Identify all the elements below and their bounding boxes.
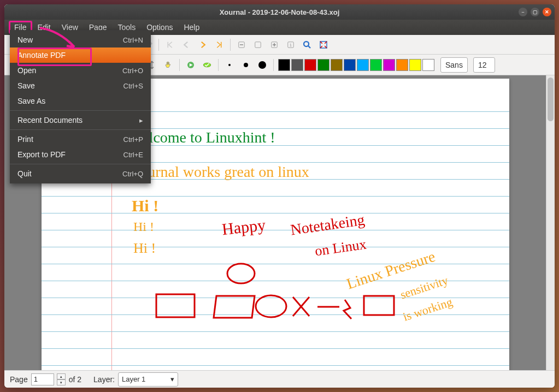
close-button[interactable]: ✕ xyxy=(543,8,551,16)
handwriting-line: on Linux xyxy=(314,236,367,260)
menu-item-label: Print xyxy=(17,135,33,144)
shortcut-label: Ctrl+E xyxy=(123,151,143,159)
separator xyxy=(230,39,231,51)
color-swatch[interactable] xyxy=(331,59,343,71)
layer-value: Layer 1 xyxy=(122,375,145,383)
menu-item-label: Quit xyxy=(17,169,32,178)
zoom-fit-icon[interactable] xyxy=(251,38,265,52)
statusbar: Page 1 ▴▾ of 2 Layer: Layer 1 ▾ xyxy=(4,370,555,388)
color-swatch[interactable] xyxy=(278,59,290,71)
menu-item-label: New xyxy=(17,35,33,44)
prev-page-icon[interactable] xyxy=(179,38,193,52)
handwriting-line: Welcome to Linuxhint ! xyxy=(129,129,275,146)
hand-tool-icon[interactable] xyxy=(161,58,175,72)
menu-separator xyxy=(10,110,151,111)
menu-item-quit[interactable]: QuitCtrl+Q xyxy=(10,166,151,181)
thick-stroke-icon[interactable] xyxy=(255,58,269,72)
color-swatch[interactable] xyxy=(304,59,316,71)
zoom-in-icon[interactable] xyxy=(267,38,281,52)
separator xyxy=(158,39,159,51)
color-swatch[interactable] xyxy=(370,59,382,71)
zoom-out-icon[interactable] xyxy=(234,38,249,52)
titlebar: Xournal - 2019-12-06-Note-08-43.xoj – ▢ … xyxy=(4,4,555,20)
default-tool-icon[interactable] xyxy=(184,58,198,72)
submenu-arrow-icon: ▸ xyxy=(139,116,143,124)
separator xyxy=(273,59,274,71)
shortcut-label: Ctrl+S xyxy=(123,82,143,90)
menu-item-label: Open xyxy=(17,66,36,75)
window-title: Xournal - 2019-12-06-Note-08-43.xoj xyxy=(220,8,340,16)
menu-item-save[interactable]: SaveCtrl+S xyxy=(10,78,151,93)
color-swatch[interactable] xyxy=(396,59,408,71)
color-swatch[interactable] xyxy=(357,59,369,71)
menu-item-label: Save As xyxy=(17,97,45,105)
scroll-thumb[interactable] xyxy=(548,78,554,121)
file-menu-dropdown: NewCtrl+NAnnotate PDFOpenCtrl+OSaveCtrl+… xyxy=(10,30,151,183)
font-size-field[interactable]: 12 xyxy=(473,57,495,73)
handwriting-line: Hi ! xyxy=(133,240,156,257)
fullscreen-icon[interactable] xyxy=(316,38,331,52)
handwriting-line: Hi ! xyxy=(132,197,158,215)
menu-item-new[interactable]: NewCtrl+N xyxy=(10,32,151,47)
first-page-icon[interactable] xyxy=(163,38,177,52)
color-swatch[interactable] xyxy=(344,59,356,71)
page-label: Page xyxy=(10,375,28,384)
menu-item-open[interactable]: OpenCtrl+O xyxy=(10,63,151,78)
vertical-scrollbar[interactable] xyxy=(546,75,555,370)
handwriting-line: Happy xyxy=(221,216,266,239)
handwriting-line: Xournal works great on linux xyxy=(129,163,309,181)
color-swatch[interactable] xyxy=(409,59,421,71)
svg-text:1: 1 xyxy=(290,43,292,47)
color-swatch[interactable] xyxy=(317,59,329,71)
app-window: Xournal - 2019-12-06-Note-08-43.xoj – ▢ … xyxy=(4,4,555,388)
menu-item-export-to-pdf[interactable]: Export to PDFCtrl+E xyxy=(10,147,151,162)
layer-combo[interactable]: Layer 1 ▾ xyxy=(118,372,178,387)
shortcut-label: Ctrl+P xyxy=(123,135,143,144)
handwriting-line: Notetakeing xyxy=(289,211,366,239)
menu-help[interactable]: Help xyxy=(178,21,205,34)
menu-separator xyxy=(10,129,151,130)
color-swatch[interactable] xyxy=(291,59,303,71)
svg-point-14 xyxy=(304,41,309,46)
window-controls: – ▢ ✕ xyxy=(519,8,551,16)
next-page-icon[interactable] xyxy=(196,38,210,52)
zoom-100-icon[interactable]: 1 xyxy=(284,38,298,52)
menu-item-recent-documents[interactable]: Recent Documents▸ xyxy=(10,112,151,128)
page-number-input[interactable]: 1 xyxy=(31,373,54,385)
menu-item-label: Annotate PDF xyxy=(17,51,66,60)
menu-item-annotate-pdf[interactable]: Annotate PDF xyxy=(10,47,151,63)
font-size-label: 12 xyxy=(478,61,487,69)
color-palette xyxy=(278,59,435,71)
svg-rect-29 xyxy=(364,296,394,315)
page-spinner[interactable]: ▴▾ xyxy=(57,373,66,385)
svg-rect-10 xyxy=(255,41,261,47)
font-name-field[interactable]: Sans xyxy=(440,57,468,73)
svg-point-28 xyxy=(256,295,286,317)
medium-stroke-icon[interactable] xyxy=(239,58,253,72)
menu-item-label: Export to PDF xyxy=(17,150,66,159)
menu-item-print[interactable]: PrintCtrl+P xyxy=(10,132,151,147)
maximize-button[interactable]: ▢ xyxy=(531,8,539,16)
chevron-down-icon: ▾ xyxy=(170,375,174,383)
menu-item-label: Save xyxy=(17,81,35,90)
color-swatch[interactable] xyxy=(422,59,434,71)
menu-item-label: Recent Documents xyxy=(17,116,83,124)
shortcut-label: Ctrl+O xyxy=(122,67,143,75)
font-name-label: Sans xyxy=(445,61,463,69)
ruler-tool-icon[interactable] xyxy=(200,58,214,72)
thin-stroke-icon[interactable] xyxy=(222,58,237,72)
menu-separator xyxy=(10,164,151,164)
separator xyxy=(179,59,180,71)
menu-item-save-as[interactable]: Save As xyxy=(10,93,151,109)
page-total-label: of 2 xyxy=(69,375,81,384)
color-swatch[interactable] xyxy=(383,59,395,71)
zoom-tool-icon[interactable] xyxy=(300,38,314,52)
minimize-button[interactable]: – xyxy=(519,8,527,16)
layer-label: Layer: xyxy=(93,375,115,384)
handwriting-line: Hi ! xyxy=(133,219,154,234)
last-page-icon[interactable] xyxy=(212,38,226,52)
separator xyxy=(218,59,219,71)
shortcut-label: Ctrl+Q xyxy=(122,170,143,178)
shortcut-label: Ctrl+N xyxy=(123,36,143,44)
